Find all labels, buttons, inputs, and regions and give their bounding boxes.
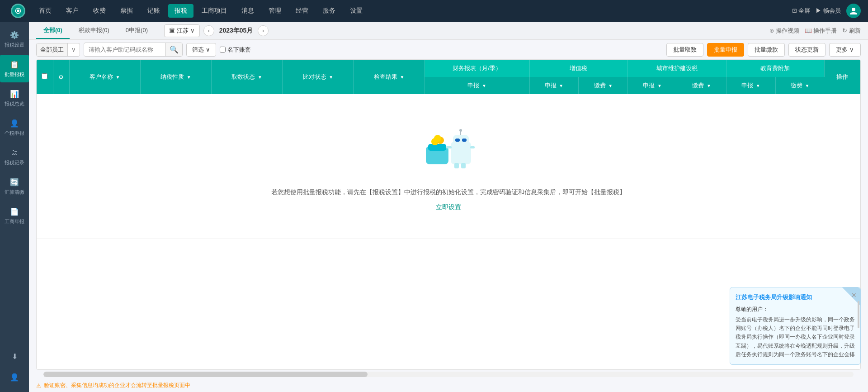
- employee-dropdown-icon[interactable]: ∨: [68, 44, 80, 55]
- notification-greeting: 尊敬的用户：: [736, 305, 855, 314]
- batch-pay-btn[interactable]: 批量缴款: [748, 43, 785, 57]
- fullscreen-btn[interactable]: ⊡ 全屏: [792, 7, 811, 15]
- nav-manage[interactable]: 管理: [262, 4, 288, 18]
- th-edu-pay: 缴费 ▼: [775, 77, 824, 94]
- refresh-btn[interactable]: ↻ 刷新: [842, 27, 861, 35]
- nav-items: 首页 客户 收费 票据 记账 报税 工商项目 消息 管理 经营 服务 设置: [33, 4, 792, 18]
- prev-month-btn[interactable]: ‹: [203, 25, 214, 36]
- more-dropdown-icon: ∨: [849, 46, 854, 53]
- data-table: ⚙ 客户名称 ▼ 纳税性质 ▼ 取数状态 ▼: [37, 60, 860, 239]
- vat-declare-filter-icon[interactable]: ▼: [559, 83, 563, 88]
- province-icon: 🏛: [169, 27, 175, 34]
- search-input[interactable]: [84, 44, 165, 55]
- compare-filter-icon[interactable]: ▼: [329, 75, 333, 80]
- right-actions: ⊙ 操作视频 📖 操作手册 ↻ 刷新: [769, 27, 861, 35]
- nav-message[interactable]: 消息: [235, 4, 260, 18]
- th-customer-name: 客户名称 ▼: [69, 60, 140, 94]
- logo[interactable]: [7, 0, 29, 22]
- setup-link[interactable]: 立即设置: [436, 203, 461, 211]
- tab-zero-declare[interactable]: 0申报(0): [118, 23, 155, 39]
- fetch-status-filter-icon[interactable]: ▼: [258, 75, 262, 80]
- manual-btn[interactable]: 📖 操作手册: [805, 27, 837, 35]
- sidebar-item-settlement[interactable]: 🔄 汇算清缴: [0, 172, 29, 200]
- nav-business[interactable]: 工商项目: [195, 4, 233, 18]
- edu-pay-filter-icon[interactable]: ▼: [805, 83, 809, 88]
- checkbox-text: 名下账套: [227, 46, 251, 54]
- sidebar-item-tax-settings[interactable]: ⚙️ 报税设置: [0, 25, 29, 53]
- sidebar-item-user-profile[interactable]: 👤: [8, 368, 21, 387]
- filter-dropdown-icon: ∨: [206, 46, 210, 53]
- province-selector[interactable]: 🏛 江苏 ∨: [164, 24, 200, 37]
- tax-type-filter-icon[interactable]: ▼: [187, 75, 191, 80]
- sidebar-item-batch-tax[interactable]: 📋 批量报税: [0, 55, 29, 82]
- sidebar-item-personal-tax[interactable]: 👤 个税申报: [0, 114, 29, 141]
- nav-home[interactable]: 首页: [33, 4, 58, 18]
- user-profile-icon: 👤: [9, 372, 19, 382]
- svg-rect-4: [428, 144, 446, 151]
- select-all-checkbox[interactable]: [42, 73, 47, 79]
- check-filter-icon[interactable]: ▼: [400, 75, 404, 80]
- sidebar: ⚙️ 报税设置 📋 批量报税 📊 报税总览 👤 个税申报 🗂 报税记录 🔄 汇算…: [0, 22, 29, 392]
- tab-all[interactable]: 全部(0): [36, 23, 70, 39]
- svg-point-13: [459, 129, 462, 132]
- notification-scrollbar[interactable]: [858, 301, 859, 328]
- nav-service[interactable]: 服务: [316, 4, 342, 18]
- edu-declare-filter-icon[interactable]: ▼: [756, 83, 760, 88]
- batch-declare-btn[interactable]: 批量申报: [707, 43, 744, 57]
- horizontal-scrollbar-area[interactable]: [29, 370, 868, 379]
- th-financial-declare: 申报 ▼: [425, 77, 529, 94]
- urban-pay-filter-icon[interactable]: ▼: [707, 83, 711, 88]
- content-area: 全部(0) 税款申报(0) 0申报(0) 🏛 江苏 ∨ ‹ 2023年05月 ›: [29, 22, 868, 392]
- province-label: 江苏: [177, 27, 189, 35]
- svg-rect-17: [461, 163, 466, 168]
- bottom-notice-text: 验证账密、采集信息均成功的企业才会流转至批量报税页面中: [44, 382, 190, 389]
- province-date-row: 🏛 江苏 ∨ ‹ 2023年05月 ›: [164, 24, 269, 37]
- employee-select[interactable]: 全部员工 ∨: [36, 43, 80, 57]
- account-checkbox[interactable]: [220, 47, 226, 53]
- tax-summary-icon: 📊: [9, 89, 19, 99]
- province-dropdown-icon: ∨: [190, 27, 195, 34]
- next-month-btn[interactable]: ›: [258, 25, 269, 36]
- nav-operation[interactable]: 经营: [289, 4, 315, 18]
- th-fetch-status: 取数状态 ▼: [211, 60, 282, 94]
- status-update-btn[interactable]: 状态更新: [788, 43, 826, 57]
- tax-record-icon: 🗂: [9, 148, 19, 158]
- batch-actions: 批量取数 批量申报 批量缴款 状态更新 更多 ∨: [666, 43, 861, 57]
- sidebar-item-download[interactable]: ⬇: [8, 347, 21, 366]
- notification-title: 江苏电子税务局升级影响通知: [736, 293, 855, 302]
- avatar[interactable]: [846, 4, 861, 18]
- sidebar-item-tax-summary[interactable]: 📊 报税总览: [0, 84, 29, 112]
- top-nav: 首页 客户 收费 票据 记账 报税 工商项目 消息 管理 经营 服务 设置 ⊡ …: [0, 0, 868, 22]
- horizontal-scrollbar[interactable]: [43, 372, 854, 377]
- nav-customer[interactable]: 客户: [60, 4, 85, 18]
- nav-invoice[interactable]: 票据: [114, 4, 139, 18]
- notification-close-btn[interactable]: ✕: [851, 290, 857, 300]
- search-button[interactable]: 🔍: [165, 43, 182, 56]
- svg-point-1: [17, 10, 19, 12]
- vat-pay-filter-icon[interactable]: ▼: [608, 83, 613, 88]
- warning-icon: ⚠: [36, 382, 41, 389]
- sidebar-label-settlement: 汇算清缴: [5, 189, 24, 196]
- urban-declare-filter-icon[interactable]: ▼: [657, 83, 662, 88]
- filter-button[interactable]: 筛选 ∨: [186, 43, 216, 57]
- nav-billing[interactable]: 收费: [87, 4, 112, 18]
- settings-icon[interactable]: ⚙: [58, 74, 64, 81]
- batch-fetch-btn[interactable]: 批量取数: [666, 43, 703, 57]
- tab-tax-declare[interactable]: 税款申报(0): [71, 23, 117, 39]
- svg-rect-15: [470, 146, 475, 148]
- nav-bookkeeping[interactable]: 记账: [141, 4, 166, 18]
- member-btn[interactable]: ▶ 畅会员: [816, 7, 841, 15]
- th-edu-declare: 申报 ▼: [726, 77, 776, 94]
- nav-tax[interactable]: 报税: [168, 4, 193, 18]
- sidebar-item-tax-record[interactable]: 🗂 报税记录: [0, 143, 29, 171]
- more-btn[interactable]: 更多 ∨: [829, 43, 861, 57]
- sidebar-label-tax-summary: 报税总览: [5, 100, 24, 107]
- nav-settings[interactable]: 设置: [344, 4, 369, 18]
- customer-filter-icon[interactable]: ▼: [115, 75, 120, 80]
- video-btn[interactable]: ⊙ 操作视频: [769, 27, 799, 35]
- sidebar-label-batch-tax: 批量报税: [5, 71, 24, 78]
- financial-declare-filter-icon[interactable]: ▼: [482, 83, 486, 88]
- th-checkbox: [37, 60, 53, 94]
- account-checkbox-label[interactable]: 名下账套: [220, 46, 251, 54]
- sidebar-item-annual-report[interactable]: 📄 工商年报: [0, 202, 29, 229]
